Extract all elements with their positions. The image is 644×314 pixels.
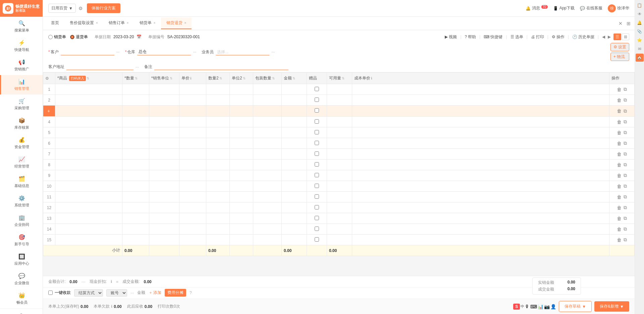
pack-qty-sort-icon[interactable]: ⇅ bbox=[272, 76, 275, 80]
unit2-cell-3[interactable] bbox=[230, 106, 253, 117]
cost-cell-3[interactable] bbox=[352, 106, 609, 117]
notification-bell[interactable]: 🔔 消息 70 bbox=[526, 5, 548, 11]
cost-cell-1[interactable] bbox=[352, 84, 609, 95]
sidebar-item-enterprise[interactable]: 🏢 企业协同 bbox=[0, 211, 43, 231]
copy-icon[interactable]: ⧉ bbox=[624, 173, 627, 178]
unit2-sort-icon[interactable]: ⇅ bbox=[243, 76, 246, 80]
product-cell-1[interactable] bbox=[55, 84, 122, 95]
tab-sale-delivery[interactable]: 销货单 × bbox=[134, 17, 161, 29]
select-doc-btn[interactable]: ☰ 选单 bbox=[511, 34, 523, 40]
mic-icon[interactable]: 🎙 bbox=[525, 304, 530, 309]
sidebar-item-purchase[interactable]: 🛒 采购管理 bbox=[0, 95, 43, 114]
nav-prev-icon[interactable]: ◀ bbox=[602, 35, 605, 39]
delete-icon[interactable]: 🗑 bbox=[617, 151, 622, 157]
copy-row-2-icon[interactable]: ⧉ bbox=[624, 97, 627, 103]
sidebar-item-system[interactable]: ⚙️ 系统管理 bbox=[0, 192, 43, 211]
settings-action-btn[interactable]: ⚙ 设置 bbox=[610, 43, 629, 51]
delete-icon[interactable]: 🗑 bbox=[617, 194, 622, 200]
qty2-cell-1[interactable] bbox=[206, 84, 230, 95]
rs-item-5[interactable]: ⭐ bbox=[636, 36, 644, 44]
amount-cell-1[interactable] bbox=[282, 84, 307, 95]
radio-sale-label[interactable]: 销货单 bbox=[48, 34, 66, 40]
app-download[interactable]: 📱 App下载 bbox=[553, 5, 575, 11]
price-cell-1[interactable] bbox=[179, 84, 206, 95]
copy-icon[interactable]: ⧉ bbox=[624, 162, 627, 168]
product-cell-2[interactable] bbox=[55, 95, 122, 106]
price-cell-2[interactable] bbox=[179, 95, 206, 106]
tab-close-icon[interactable]: × bbox=[96, 21, 98, 25]
unit-cell-2[interactable] bbox=[149, 95, 179, 106]
tab-overflow-icon[interactable]: ⊞ bbox=[625, 20, 632, 27]
rs-item-2[interactable]: 👁 bbox=[636, 10, 644, 18]
add-payment-btn[interactable]: ＋ 添加 bbox=[149, 290, 161, 296]
copy-icon[interactable]: ⧉ bbox=[624, 119, 627, 125]
tab-close-icon[interactable]: × bbox=[154, 21, 156, 25]
tab-sale-price[interactable]: 售价提取设置 × bbox=[64, 17, 103, 29]
delete-icon[interactable]: 🗑 bbox=[617, 227, 622, 232]
qty-sort-icon[interactable]: ⇅ bbox=[135, 76, 138, 80]
qty-cell-1[interactable] bbox=[122, 84, 149, 95]
rs-item-1[interactable]: 📋 bbox=[636, 1, 644, 9]
pack-qty-cell-3[interactable] bbox=[253, 106, 282, 117]
staff-select-btn[interactable]: ··· bbox=[271, 50, 275, 54]
copy-icon[interactable]: ⧉ bbox=[624, 183, 627, 189]
add-row-btn[interactable]: + bbox=[45, 108, 52, 114]
radio-return-label[interactable]: 退货单 bbox=[70, 34, 88, 40]
calendar-icon[interactable]: 📅 bbox=[137, 35, 142, 39]
shortcut-btn[interactable]: ⌨ 快捷键 bbox=[484, 34, 502, 40]
customer-select-btn[interactable]: ··· bbox=[116, 50, 120, 54]
warehouse-select-btn[interactable]: ··· bbox=[193, 50, 196, 54]
sidebar-item-sales[interactable]: 📊 销售管理 bbox=[0, 75, 43, 95]
copy-row-3-icon[interactable]: ⧉ bbox=[624, 108, 627, 114]
copy-icon[interactable]: ⧉ bbox=[624, 226, 627, 232]
copy-icon[interactable]: ⧉ bbox=[624, 140, 627, 146]
copy-icon[interactable]: ⧉ bbox=[624, 237, 627, 243]
sidebar-item-operations[interactable]: 📈 经营管理 bbox=[0, 153, 43, 172]
unit-sort-icon[interactable]: ⇅ bbox=[170, 76, 172, 80]
gift-checkbox-3[interactable] bbox=[315, 108, 319, 113]
sidebar-item-inventory[interactable]: 📦 库存核算 bbox=[0, 114, 43, 133]
account-dots-btn[interactable]: ··· bbox=[130, 291, 134, 295]
delete-icon[interactable]: 🗑 bbox=[617, 119, 622, 125]
copy-icon[interactable]: ⧉ bbox=[624, 215, 627, 221]
print-btn[interactable]: 🖨 打印 bbox=[531, 34, 544, 40]
staff-input[interactable] bbox=[216, 49, 269, 55]
tab-sale-return[interactable]: 销货退货 × bbox=[161, 17, 192, 29]
copy-row-1-icon[interactable]: ⧉ bbox=[624, 86, 627, 92]
delete-icon[interactable]: 🗑 bbox=[617, 130, 622, 135]
delete-icon[interactable]: 🗑 bbox=[617, 237, 622, 243]
rs-item-6[interactable]: ✉ bbox=[636, 45, 644, 53]
radio-sale[interactable] bbox=[48, 35, 53, 39]
available-cell-1[interactable] bbox=[327, 84, 352, 95]
layout-grid-btn[interactable]: ☰ bbox=[613, 34, 621, 40]
sidebar-item-wechat[interactable]: 💬 企业微信 bbox=[0, 269, 43, 289]
qty-cell-2[interactable] bbox=[122, 95, 149, 106]
history-btn[interactable]: 🕐 历史单据 bbox=[572, 34, 594, 40]
online-service[interactable]: 💬 在线客服 bbox=[580, 5, 602, 11]
qty2-sort-icon[interactable]: ⇅ bbox=[219, 76, 222, 80]
amount-cell-2[interactable] bbox=[282, 95, 307, 106]
copy-icon[interactable]: ⧉ bbox=[624, 130, 627, 135]
address-select-btn[interactable]: ··· bbox=[136, 65, 139, 69]
user-profile[interactable]: 徐 徐泽华 bbox=[608, 4, 629, 12]
delete-row-2-icon[interactable]: 🗑 bbox=[617, 98, 622, 103]
save-draft-btn[interactable]: 保存草稿 ▼ bbox=[559, 301, 592, 312]
chart-icon[interactable]: 📊 bbox=[538, 304, 543, 309]
cta-button[interactable]: 体验行业方案 bbox=[87, 3, 120, 13]
logistics-action-btn[interactable]: + 物流 bbox=[610, 53, 629, 61]
tab-sale-order[interactable]: 销售订单 × bbox=[103, 17, 134, 29]
sidebar-item-quick-nav[interactable]: ⚡ 快捷导航 bbox=[0, 36, 43, 56]
gift-checkbox-2[interactable] bbox=[315, 98, 319, 102]
sidebar-item-basic[interactable]: 🗂️ 基础信息 bbox=[0, 172, 43, 192]
qr-icon[interactable]: 📷 bbox=[544, 304, 550, 309]
rs-item-3[interactable]: 🔔 bbox=[636, 19, 644, 27]
delete-row-1-icon[interactable]: 🗑 bbox=[617, 87, 622, 92]
qty2-cell-3[interactable] bbox=[206, 106, 230, 117]
save-new-btn[interactable]: 保存&新增 ▼ bbox=[594, 301, 629, 312]
settlement-method-select[interactable]: 结算方式 bbox=[74, 289, 103, 297]
nav-next-icon[interactable]: ▶ bbox=[608, 35, 611, 39]
radio-return[interactable] bbox=[70, 35, 74, 39]
person-icon[interactable]: 👤 bbox=[550, 304, 556, 309]
qty2-cell-2[interactable] bbox=[206, 95, 230, 106]
delete-row-3-icon[interactable]: 🗑 bbox=[617, 108, 622, 114]
